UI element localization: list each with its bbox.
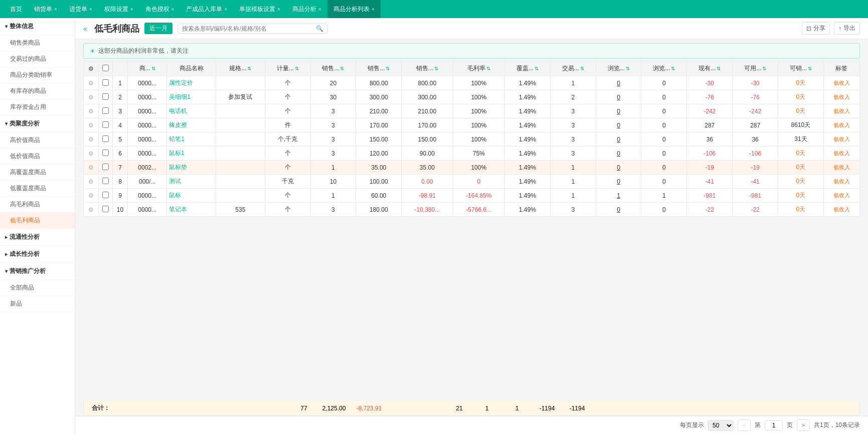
sidebar-group-marketing[interactable]: ▾ 营销推广分析 — [0, 263, 75, 280]
close-icon[interactable]: × — [372, 7, 375, 12]
settings-cell[interactable]: ⚙ — [84, 161, 99, 175]
settings-cell[interactable]: ⚙ — [84, 203, 99, 217]
sidebar-item-low-value[interactable]: 低价值商品 — [0, 149, 75, 165]
checkbox-cell[interactable] — [99, 76, 113, 90]
product-name[interactable]: 鼠标 — [167, 189, 216, 203]
checkbox-cell[interactable] — [99, 132, 113, 147]
browse1[interactable]: 0 — [596, 118, 641, 132]
settings-cell[interactable]: ⚙ — [84, 104, 99, 118]
prev-page-button[interactable]: ＜ — [738, 419, 751, 431]
browse1[interactable]: 0 — [596, 76, 641, 90]
sidebar-item-high-margin[interactable]: 高毛利商品 — [0, 197, 75, 213]
product-name[interactable]: 橡皮擦 — [167, 118, 216, 132]
product-name[interactable]: 吴细细1 — [167, 90, 216, 104]
product-name[interactable]: 铅笔1 — [167, 132, 216, 147]
sidebar-item-traded-products[interactable]: 交易过的商品 — [0, 51, 75, 67]
product-name[interactable]: 鼠标1 — [167, 147, 216, 161]
row-checkbox[interactable] — [102, 178, 109, 184]
settings-cell[interactable]: ⚙ — [84, 90, 99, 104]
row-checkbox[interactable] — [102, 79, 109, 86]
sidebar-item-stock-capital[interactable]: 库存资金占用 — [0, 99, 75, 115]
settings-cell[interactable]: ⚙ — [84, 189, 99, 203]
sidebar-group-growth[interactable]: ▸ 成长性分析 — [0, 246, 75, 263]
settings-cell[interactable]: ⚙ — [84, 147, 99, 161]
close-icon[interactable]: × — [224, 7, 227, 12]
col-available[interactable]: 可用...⇅ — [733, 61, 778, 76]
checkbox-cell[interactable] — [99, 189, 113, 203]
col-browse1[interactable]: 浏览...⇅ — [596, 61, 641, 76]
browse1[interactable]: 0 — [596, 203, 641, 217]
settings-col-header[interactable]: ⚙ — [84, 61, 99, 76]
date-filter-button[interactable]: 近一月 — [144, 23, 172, 34]
page-size-select[interactable]: 50 100 200 — [708, 420, 734, 431]
col-sales-amount[interactable]: 销售...⇅ — [356, 61, 402, 76]
product-name[interactable]: 鼠标垫 — [167, 161, 216, 175]
export-button[interactable]: ↑ 导出 — [834, 22, 860, 35]
nav-finished-goods[interactable]: 产成品入库单 × — [180, 0, 233, 18]
close-icon[interactable]: × — [54, 7, 57, 12]
nav-home[interactable]: 首页 — [4, 0, 28, 18]
sidebar-item-stocked-products[interactable]: 有库存的商品 — [0, 83, 75, 99]
browse1[interactable]: 0 — [596, 147, 641, 161]
nav-role-auth[interactable]: 角色授权 × — [139, 0, 181, 18]
col-trade[interactable]: 交易...⇅ — [550, 61, 596, 76]
checkbox-col-header[interactable] — [99, 61, 113, 76]
col-profit-rate[interactable]: 毛利率⇅ — [453, 61, 504, 76]
select-all-checkbox[interactable] — [102, 65, 109, 71]
col-code[interactable]: 商...⇅ — [128, 61, 167, 76]
settings-cell[interactable]: ⚙ — [84, 132, 99, 147]
settings-cell[interactable]: ⚙ — [84, 175, 99, 189]
col-sales-qty[interactable]: 销售...⇅ — [310, 61, 356, 76]
close-icon[interactable]: × — [277, 7, 280, 12]
browse1[interactable]: 0 — [596, 175, 641, 189]
row-checkbox[interactable] — [102, 135, 109, 142]
close-icon[interactable]: × — [130, 7, 133, 12]
sidebar-item-low-coverage[interactable]: 低覆盖度商品 — [0, 181, 75, 197]
browse1[interactable]: 0 — [596, 132, 641, 147]
nav-purchase-order[interactable]: 进货单 × — [63, 0, 98, 18]
sidebar-item-category-rate[interactable]: 商品分类助销率 — [0, 67, 75, 83]
nav-permissions[interactable]: 权限设置 × — [98, 0, 139, 18]
product-name[interactable]: 笔记本 — [167, 203, 216, 217]
share-button[interactable]: ⊡ 分享 — [802, 22, 830, 35]
col-name[interactable]: 商品名称 — [167, 61, 216, 76]
checkbox-cell[interactable] — [99, 203, 113, 217]
next-page-button[interactable]: ＞ — [797, 419, 810, 431]
col-coverage[interactable]: 覆盖...⇅ — [504, 61, 550, 76]
close-icon[interactable]: × — [318, 7, 321, 12]
sidebar-group-overview[interactable]: ▾ 整体信息 — [0, 18, 75, 35]
col-unit[interactable]: 计量...⇅ — [265, 61, 310, 76]
nav-template-settings[interactable]: 单据模板设置 × — [233, 0, 286, 18]
product-name[interactable]: 属性定价 — [167, 76, 216, 90]
sidebar-item-all-products[interactable]: 全部商品 — [0, 280, 75, 296]
checkbox-cell[interactable] — [99, 175, 113, 189]
nav-sales-order[interactable]: 销货单 × — [28, 0, 63, 18]
sidebar-item-sales-products[interactable]: 销售类商品 — [0, 35, 75, 51]
sidebar-group-cluster[interactable]: ▾ 类聚度分析 — [0, 115, 75, 132]
row-checkbox[interactable] — [102, 121, 109, 128]
product-name[interactable]: 测试 — [167, 175, 216, 189]
checkbox-cell[interactable] — [99, 118, 113, 132]
row-checkbox[interactable] — [102, 164, 109, 170]
nav-product-analysis-list[interactable]: 商品分析列表 × — [327, 0, 381, 18]
nav-product-analysis[interactable]: 商品分析 × — [286, 0, 327, 18]
table-container[interactable]: ⚙ 商...⇅ 商品名称 规格...⇅ 计量...⇅ 销售...⇅ 销售...⇅… — [75, 61, 868, 401]
row-checkbox[interactable] — [102, 150, 109, 156]
product-name[interactable]: 电话机 — [167, 104, 216, 118]
col-spec[interactable]: 规格...⇅ — [216, 61, 265, 76]
page-number-input[interactable] — [765, 420, 783, 430]
row-checkbox[interactable] — [102, 206, 109, 212]
col-browse2[interactable]: 浏览...⇅ — [641, 61, 687, 76]
sidebar-collapse-button[interactable]: « — [83, 25, 87, 33]
settings-cell[interactable]: ⚙ — [84, 76, 99, 90]
sidebar-group-liquidity[interactable]: ▸ 流通性分析 — [0, 229, 75, 246]
row-checkbox[interactable] — [102, 93, 109, 100]
browse1[interactable]: 0 — [596, 104, 641, 118]
settings-cell[interactable]: ⚙ — [84, 118, 99, 132]
browse1[interactable]: 0 — [596, 90, 641, 104]
checkbox-cell[interactable] — [99, 147, 113, 161]
browse1[interactable]: 1 — [596, 189, 641, 203]
search-input[interactable] — [182, 25, 316, 32]
close-icon[interactable]: × — [89, 7, 92, 12]
close-icon[interactable]: × — [171, 7, 175, 12]
